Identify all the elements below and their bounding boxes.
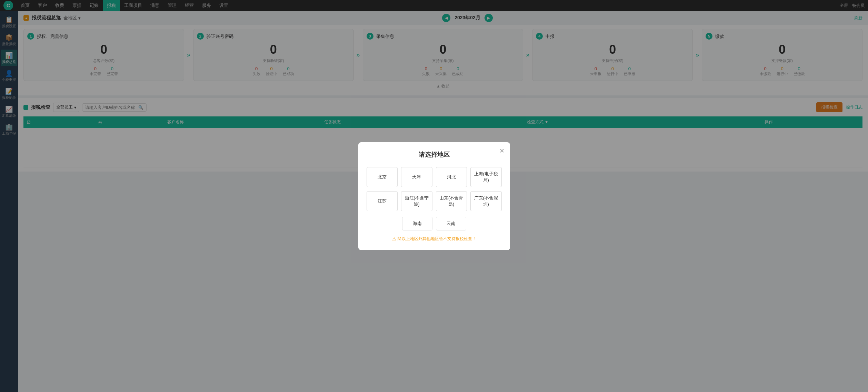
region-btn-zhejiang[interactable]: 浙江(不含宁波): [401, 191, 432, 211]
region-btn-jiangsu[interactable]: 江苏: [367, 191, 398, 211]
region-grid-1: 北京 天津 河北 上海(电子税局): [367, 167, 502, 187]
region-select-modal: ✕ 请选择地区 北京 天津 河北 上海(电子税局) 江苏 浙江(不含宁波) 山东…: [358, 142, 510, 250]
region-btn-shandong[interactable]: 山东(不含青岛): [436, 191, 467, 211]
modal-close-button[interactable]: ✕: [499, 147, 505, 155]
region-btn-shanghai[interactable]: 上海(电子税局): [470, 167, 502, 187]
region-btn-beijing[interactable]: 北京: [367, 167, 398, 187]
modal-overlay[interactable]: ✕ 请选择地区 北京 天津 河北 上海(电子税局) 江苏 浙江(不含宁波) 山东…: [0, 0, 868, 392]
region-btn-tianjin[interactable]: 天津: [401, 167, 432, 187]
warning-text: 除以上地区外其他地区暂不支持报税检查！: [398, 236, 476, 242]
region-btn-yunnan[interactable]: 云南: [436, 217, 466, 230]
modal-title: 请选择地区: [367, 151, 502, 159]
region-btn-hebei[interactable]: 河北: [436, 167, 467, 187]
region-grid-2: 江苏 浙江(不含宁波) 山东(不含青岛) 广东(不含深圳): [367, 191, 502, 211]
warning-icon: ⚠: [392, 236, 396, 241]
modal-warning: ⚠ 除以上地区外其他地区暂不支持报税检查！: [367, 236, 502, 242]
region-btn-guangdong[interactable]: 广东(不含深圳): [470, 191, 502, 211]
region-btn-hainan[interactable]: 海南: [402, 217, 432, 230]
region-grid-3: 海南 云南: [367, 217, 502, 230]
